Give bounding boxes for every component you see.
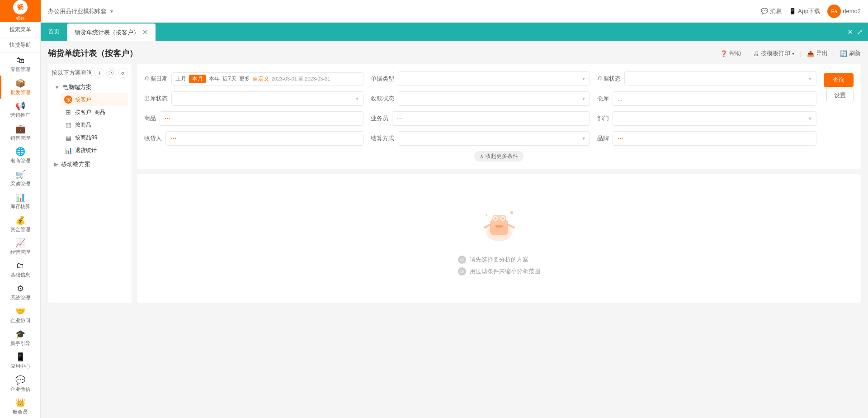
query-button[interactable]: 查询 xyxy=(824,73,854,87)
export-btn[interactable]: 📤 导出 xyxy=(807,49,828,57)
tab-close-all-icon[interactable]: ✕ xyxy=(847,28,853,36)
sidebar-item-apps[interactable]: 📱 应用中心 xyxy=(0,350,41,372)
sidebar-item-corp-label: 企业协同 xyxy=(10,317,30,324)
scheme-edit-btn[interactable]: ☉ xyxy=(106,68,116,78)
scheme-section-desktop-header[interactable]: ▼ 电脑端方案 xyxy=(52,81,128,93)
collapse-btn[interactable]: ∧ 收起更多条件 xyxy=(474,151,524,162)
sidebar-item-basic[interactable]: 🗂 基础信息 xyxy=(0,258,41,281)
scheme-section-mobile-header[interactable]: ▶ 移动端方案 xyxy=(52,158,128,170)
order-status-select[interactable]: ▾ xyxy=(624,71,816,86)
print-btn[interactable]: 🖨 按模板打印 ▾ xyxy=(753,49,794,57)
sidebar-item-ecom[interactable]: 🌐 电商管理 xyxy=(0,144,41,166)
tab-home[interactable]: 首页 xyxy=(41,23,67,41)
receiver-select[interactable]: ··· xyxy=(165,131,363,146)
scheme-item-return-stats[interactable]: 📊 退货统计 xyxy=(61,144,128,157)
payment-status-select[interactable]: ▾ xyxy=(398,91,590,106)
date-tab-more[interactable]: 更多 xyxy=(239,75,250,83)
sidebar-item-corp[interactable]: 🤝 企业协同 xyxy=(0,304,41,327)
brand-select[interactable]: ··· xyxy=(613,131,816,146)
sidebar-search[interactable]: 搜索菜单 xyxy=(0,22,41,38)
tab-home-label: 首页 xyxy=(48,28,60,36)
tabbar: 首页 销货单统计表（按客户） ✕ ✕ ⤢ xyxy=(41,23,868,41)
date-tab-current-month[interactable]: 本月 xyxy=(189,75,206,83)
action-divider-3: | xyxy=(833,50,835,57)
sidebar-item-wholesale[interactable]: 📦 批发管理 xyxy=(0,76,41,98)
logo-subtitle: 标账 xyxy=(16,15,25,22)
page-header: 销货单统计表（按客户） ❓ 帮助 | 🖨 按模板打印 ▾ | 📤 导出 | xyxy=(48,48,861,59)
sidebar-item-ops[interactable]: 📈 经营管理 xyxy=(0,235,41,258)
sidebar-item-retail[interactable]: 🛍 零售管理 xyxy=(0,53,41,76)
filter-item-dept: 部门 ▾ xyxy=(597,111,816,126)
sidebar-item-member[interactable]: 👑 畅会员 xyxy=(0,395,41,418)
brand-label: 品牌 xyxy=(597,134,609,142)
scheme-item-by-customer-product[interactable]: ⊞ 按客户+商品 xyxy=(61,106,128,119)
tab-maximize-icon[interactable]: ⤢ xyxy=(857,28,863,36)
date-tab-7days[interactable]: 近7天 xyxy=(222,75,236,83)
product-select[interactable]: ··· xyxy=(160,111,363,126)
ops-icon: 📈 xyxy=(15,238,25,248)
receiver-dots[interactable]: ··· xyxy=(170,134,176,142)
date-tab-custom[interactable]: 自定义 xyxy=(253,75,269,83)
payment-status-arrow: ▾ xyxy=(582,95,585,102)
help-btn[interactable]: ❓ 帮助 xyxy=(720,49,741,57)
warehouse-select[interactable]: ... xyxy=(613,91,816,106)
chevron-up-icon: ∧ xyxy=(480,153,484,160)
out-status-label: 出库状态 xyxy=(144,95,168,103)
out-status-select[interactable]: ▾ xyxy=(171,91,363,106)
tab-close-icon[interactable]: ✕ xyxy=(142,29,148,36)
sidebar-item-inventory[interactable]: 📊 库存核算 xyxy=(0,190,41,212)
scheme-collapse-btn[interactable]: « xyxy=(118,68,128,78)
svg-point-5 xyxy=(494,218,496,220)
order-type-select[interactable]: ▾ xyxy=(398,71,590,86)
topbar-app-download-btn[interactable]: 📱 App下载 xyxy=(789,7,820,15)
payment-status-label: 收款状态 xyxy=(371,95,394,103)
sales-icon: 💼 xyxy=(15,124,25,134)
tip-2-text: 用过滤条件来缩小分析范围 xyxy=(470,267,540,276)
tab-sales-stat[interactable]: 销货单统计表（按客户） ✕ xyxy=(67,24,156,42)
scheme-add-btn[interactable]: + xyxy=(94,68,104,78)
sidebar-item-sales[interactable]: 💼 销售管理 xyxy=(0,121,41,144)
tabbar-actions: ✕ ⤢ xyxy=(847,28,868,36)
scheme-actions: + ☉ « xyxy=(94,68,128,78)
salesperson-dots[interactable]: ··· xyxy=(397,114,403,123)
svg-point-10 xyxy=(510,211,513,214)
sidebar-item-finance[interactable]: 💰 资金管理 xyxy=(0,213,41,235)
sidebar-item-wechat-label: 企业微信 xyxy=(10,386,30,393)
date-tab-prev[interactable]: 上月 xyxy=(175,75,186,83)
topbar-dropdown-icon[interactable]: ▾ xyxy=(110,8,113,14)
date-filter-control[interactable]: 上月 本月 本年 近7天 更多 自定义 2023-03-01 至 2023-03… xyxy=(171,72,363,86)
settlement-select[interactable]: ▾ xyxy=(398,131,590,146)
settlement-arrow: ▾ xyxy=(582,135,585,142)
salesperson-select[interactable]: ··· xyxy=(392,111,590,126)
product-label: 商品 xyxy=(144,114,156,123)
topbar: 办公用品行业模拟账套 ▾ 💬 消息 📱 App下载 Ea demo2 xyxy=(41,0,868,23)
settings-button[interactable]: 设置 xyxy=(826,89,854,102)
date-tab-year[interactable]: 本年 xyxy=(209,75,220,83)
scheme-item-by-product[interactable]: ▦ 按商品 xyxy=(61,119,128,131)
help-icon: ❓ xyxy=(720,50,727,57)
scheme-label-by-product-99: 按商品99 xyxy=(75,134,97,142)
sidebar-item-system[interactable]: ⚙ 系统管理 xyxy=(0,281,41,304)
refresh-btn[interactable]: 🔄 刷新 xyxy=(840,49,861,57)
scheme-item-by-customer[interactable]: 按 按客户 xyxy=(61,93,128,106)
topbar-message-btn[interactable]: 💬 消息 xyxy=(761,7,782,15)
app-label: App下载 xyxy=(798,7,820,15)
svg-point-11 xyxy=(486,214,487,216)
brand-dots[interactable]: ··· xyxy=(618,134,623,142)
empty-tip-1: ① 请先选择要分析的方案 xyxy=(458,256,528,264)
scheme-item-by-product-99[interactable]: ▦ 按商品99 xyxy=(61,131,128,144)
filter-item-settlement: 结算方式 ▾ xyxy=(371,131,590,146)
sidebar-item-marketing[interactable]: 📢 营销推广 xyxy=(0,99,41,121)
sidebar-item-wechat[interactable]: 💬 企业微信 xyxy=(0,372,41,395)
sidebar-item-purchase[interactable]: 🛒 采购管理 xyxy=(0,167,41,190)
filter-row-1-inner: 单据日期 上月 本月 本年 近7天 更多 自定义 2023-03-01 至 20… xyxy=(144,71,816,86)
sidebar-quick-nav[interactable]: 快捷导航 xyxy=(0,38,41,53)
sidebar-item-newbie[interactable]: 🎓 新手引导 xyxy=(0,327,41,349)
app-icon: 📱 xyxy=(789,8,796,14)
svg-line-8 xyxy=(485,225,490,228)
topbar-user[interactable]: Ea demo2 xyxy=(827,5,861,18)
dept-select[interactable]: ▾ xyxy=(613,111,816,126)
system-icon: ⚙ xyxy=(17,284,24,294)
product-dots[interactable]: ··· xyxy=(165,114,170,123)
dept-arrow: ▾ xyxy=(809,115,811,122)
